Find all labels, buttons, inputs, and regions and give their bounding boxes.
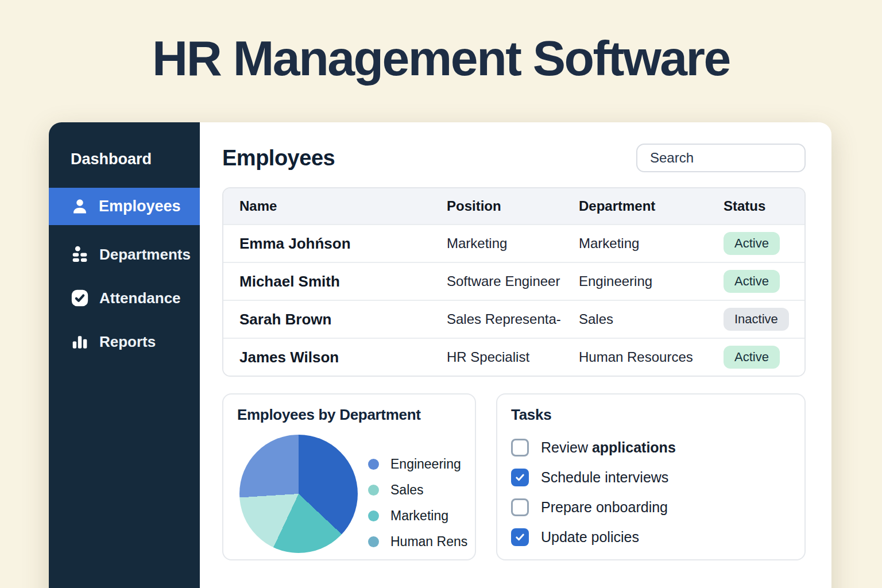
column-header-name: Name (239, 198, 447, 214)
sidebar-item-departments[interactable]: Departments (49, 238, 200, 270)
sidebar-item-attendance[interactable]: Attendance (49, 282, 200, 314)
column-header-position: Position (447, 198, 579, 214)
legend-item: Engineering (368, 451, 467, 477)
employee-name: James Wilson (239, 349, 447, 366)
table-row[interactable]: Sarah Brown Sales Representa- Sales Inac… (223, 300, 804, 338)
column-header-status: Status (724, 198, 804, 214)
main-header: Employees (222, 144, 806, 172)
bar-chart-icon (71, 332, 89, 351)
status-badge: Active (724, 346, 780, 369)
task-checkbox[interactable] (511, 498, 529, 516)
status-badge: Active (724, 232, 780, 255)
employee-position: HR Specialist (447, 349, 579, 365)
sidebar-item-employees[interactable]: Employees (49, 188, 200, 225)
table-row[interactable]: Emma Johńson Marketing Marketing Active (223, 224, 804, 262)
sidebar-item-label: Reports (99, 333, 156, 351)
main-content: Employees Name Position Department Statu… (200, 122, 831, 588)
sidebar-item-label: Attendance (99, 289, 181, 307)
employee-position: Marketing (447, 235, 579, 252)
task-label: Update policies (541, 529, 639, 546)
sidebar-item-dashboard[interactable]: Dashboard (49, 150, 200, 168)
table-row[interactable]: Michael Smith Software Engineer Engineer… (223, 262, 804, 300)
department-pie-chart (239, 435, 358, 553)
legend-dot-sales (368, 485, 379, 496)
table-row[interactable]: James Wilson HR Specialist Human Resourc… (223, 338, 804, 376)
org-chart-icon (71, 245, 89, 264)
legend-label: Marketing (390, 508, 448, 524)
task-update-policies[interactable]: Update policies (511, 522, 804, 552)
page-title: HR Management Software (0, 30, 882, 87)
page-heading: Employees (222, 146, 335, 171)
sidebar-item-label: Departments (99, 246, 191, 264)
sidebar: Dashboard Employees Departments Attendan… (49, 122, 200, 588)
legend-label: Human Rens (390, 534, 467, 550)
legend-dot-human-resources (368, 536, 379, 547)
task-schedule-interviews[interactable]: Schedule interviews (511, 462, 804, 492)
task-review-applications[interactable]: Review applications (511, 432, 804, 462)
legend-dot-engineering (368, 459, 379, 470)
legend-label: Engineering (390, 457, 461, 472)
employee-department: Human Resources (579, 349, 724, 365)
bottom-cards-row: Employees by Department Engineering Sale… (222, 393, 806, 560)
employee-position: Sales Representa- (447, 311, 579, 327)
column-header-department: Department (579, 198, 724, 214)
employee-name: Emma Johńson (239, 235, 447, 253)
search-input[interactable] (636, 144, 806, 172)
check-square-icon (71, 289, 89, 307)
app-window: Dashboard Employees Departments Attendan… (49, 122, 831, 588)
sidebar-item-label: Employees (99, 198, 181, 215)
task-label: Schedule interviews (541, 469, 668, 486)
legend-item: Marketing (368, 503, 467, 529)
table-header-row: Name Position Department Status (223, 188, 804, 224)
employee-department: Engineering (579, 273, 724, 289)
employee-name: Sarah Brown (239, 311, 447, 328)
status-badge: Inactive (724, 308, 789, 331)
legend-item: Human Rens (368, 529, 467, 555)
task-prepare-onboarding[interactable]: Prepare onboarding (511, 492, 804, 522)
task-checkbox[interactable] (511, 469, 529, 486)
task-label: Prepare onboarding (541, 499, 668, 516)
pie-legend: Engineering Sales Marketing Human Rens (368, 451, 467, 555)
employees-table: Name Position Department Status Emma Joh… (222, 187, 806, 377)
status-badge: Active (724, 270, 780, 293)
tasks-card: Tasks Review applications Schedule inter… (496, 393, 806, 560)
person-icon (71, 198, 89, 216)
task-list: Review applications Schedule interviews … (511, 432, 804, 552)
task-checkbox[interactable] (511, 528, 529, 546)
employee-name: Michael Smith (239, 273, 447, 291)
tasks-card-title: Tasks (511, 406, 804, 424)
employees-by-department-card: Employees by Department Engineering Sale… (222, 393, 476, 560)
employee-department: Sales (579, 311, 724, 327)
employee-department: Marketing (579, 235, 724, 252)
legend-item: Sales (368, 477, 467, 503)
legend-dot-marketing (368, 510, 379, 521)
task-checkbox[interactable] (511, 439, 529, 457)
employee-position: Software Engineer (447, 273, 579, 289)
sidebar-item-reports[interactable]: Reports (49, 326, 200, 358)
legend-label: Sales (390, 482, 424, 498)
task-label: Review applications (541, 439, 676, 456)
sidebar-nav-list: Departments Attendance Reports (49, 238, 200, 369)
pie-card-title: Employees by Department (237, 406, 475, 424)
